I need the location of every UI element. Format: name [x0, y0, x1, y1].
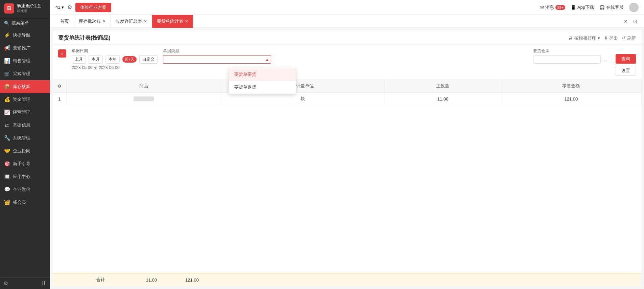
type-dropdown-menu: 要货单要货 要货单退货 — [229, 68, 296, 94]
wechat-icon: 💬 — [4, 186, 10, 193]
tab-batch-account[interactable]: 库存批次账 ✕ — [74, 15, 111, 28]
total-amount: 121.00 — [172, 277, 212, 283]
export-icon: ⬇ — [604, 36, 608, 41]
online-service-button[interactable]: 🎧 在线客服 — [599, 4, 624, 10]
page-actions: 🖨 按模板打印 ▾ ⬇ 导出 ↺ 刷新 — [569, 35, 636, 41]
header-left: 41 ▾ ⚙ 体验行业方案 — [55, 3, 111, 12]
warehouse-filter-input[interactable] — [533, 55, 601, 64]
table-body: 1 块 11.00 121.00 — [53, 93, 641, 105]
data-table-wrapper: ⚙ 商品 主计量单位 主数量 零售金额 1 — [53, 80, 641, 273]
app-download-button[interactable]: 📱 App下载 — [571, 4, 594, 10]
store-name: 41 — [55, 5, 60, 10]
tab-label: 要货单统计表 — [157, 18, 183, 24]
tab-close-icon[interactable]: ✕ — [102, 19, 106, 24]
warehouse-filter-label: 要货仓库 — [533, 48, 607, 54]
sidebar-item-wechat[interactable]: 💬 企业微信 — [0, 183, 50, 196]
member-icon: 👑 — [4, 199, 10, 205]
col-settings[interactable]: ⚙ — [53, 80, 66, 93]
warehouse-input-wrapper: … — [533, 55, 607, 64]
tab-close-icon[interactable]: ✕ — [185, 19, 188, 24]
date-this-year-btn[interactable]: 本年 — [105, 55, 120, 64]
close-tab-icon[interactable]: ✕ — [622, 18, 629, 25]
tab-home[interactable]: 首页 — [55, 15, 74, 28]
sidebar-item-enterprise[interactable]: 🤝 企业协同 — [0, 144, 50, 157]
type-filter-arrow-icon[interactable]: ▲ — [265, 57, 269, 62]
dropdown-arrow-icon: ▾ — [62, 5, 64, 10]
row-product — [66, 93, 221, 105]
date-last-month-btn[interactable]: 上月 — [72, 55, 86, 64]
sidebar-item-marketing[interactable]: 📢 营销推广 — [0, 42, 50, 54]
tab-label: 库存批次账 — [79, 18, 101, 24]
tab-receive-summary[interactable]: 收发存汇总表 ✕ — [111, 15, 152, 28]
page-header: 要货单统计表(按商品) 🖨 按模板打印 ▾ ⬇ 导出 ↺ 刷新 — [53, 30, 641, 45]
query-button[interactable]: 查询 — [616, 54, 636, 64]
trial-button[interactable]: 体验行业方案 — [75, 3, 111, 12]
user-avatar[interactable] — [629, 3, 639, 12]
search-icon: 🔍 — [4, 21, 9, 26]
sidebar-collapse-icon[interactable]: ⏸ — [41, 280, 47, 287]
sidebar-item-system[interactable]: 🔧 系统管理 — [0, 132, 50, 144]
date-custom-btn[interactable]: 自定义 — [139, 55, 158, 64]
col-quantity: 主数量 — [385, 80, 501, 93]
col-amount: 零售金额 — [501, 80, 641, 93]
maximize-icon[interactable]: ⊡ — [632, 18, 639, 25]
header-right: ✉ 消息 99+ 📱 App下载 🎧 在线客服 — [540, 3, 639, 12]
app-download-label: App下载 — [577, 4, 594, 10]
tab-actions: ✕ ⊡ — [622, 18, 639, 25]
dropdown-item-order-return[interactable]: 要货单退货 — [229, 81, 296, 94]
store-selector[interactable]: 41 ▾ — [55, 5, 64, 10]
sidebar-item-label: 经营管理 — [13, 109, 30, 115]
export-button[interactable]: ⬇ 导出 — [604, 35, 618, 41]
online-service-label: 在线客服 — [606, 4, 624, 10]
sidebar-item-operations[interactable]: 📈 经营管理 — [0, 106, 50, 119]
sidebar-item-label: 系统管理 — [13, 135, 30, 141]
inventory-icon: 📦 — [4, 84, 10, 90]
export-label: 导出 — [609, 35, 618, 41]
main-area: 41 ▾ ⚙ 体验行业方案 ✉ 消息 99+ 📱 App下载 🎧 在线客服 — [50, 0, 644, 289]
sidebar-item-label: 畅会员 — [13, 199, 26, 205]
sidebar-item-finance[interactable]: 💰 资金管理 — [0, 93, 50, 106]
messages-button[interactable]: ✉ 消息 99+ — [540, 4, 565, 10]
expand-filter-button[interactable]: » — [58, 49, 66, 58]
sidebar-item-quick-nav[interactable]: ⚡ 快捷导航 — [0, 29, 50, 42]
top-header: 41 ▾ ⚙ 体验行业方案 ✉ 消息 99+ 📱 App下载 🎧 在线客服 — [50, 0, 644, 15]
app-logo: B 畅捷通好生意 标准版 — [0, 0, 50, 17]
type-filter-input[interactable] — [163, 55, 271, 64]
refresh-button[interactable]: ↺ 刷新 — [622, 35, 636, 41]
filter-settings-button[interactable]: 设置 — [616, 66, 636, 76]
row-quantity: 11.00 — [385, 93, 501, 105]
sidebar-item-inventory[interactable]: 📦 库存核算 — [0, 80, 50, 93]
settings-icon[interactable]: ⚙ — [3, 280, 8, 287]
sidebar-search-label: 搜索菜单 — [11, 20, 29, 26]
type-filter-input-wrapper: ▲ — [163, 55, 271, 64]
tab-bar: 首页 库存批次账 ✕ 收发存汇总表 ✕ 要货单统计表 ✕ ✕ ⊡ — [50, 15, 644, 28]
total-label: 合计 — [57, 277, 131, 283]
type-filter-group: 单据类型 ▲ — [163, 48, 271, 64]
sidebar-item-member[interactable]: 👑 畅会员 — [0, 196, 50, 209]
page-title: 要货单统计表(按商品) — [58, 35, 111, 42]
print-icon: 🖨 — [569, 36, 573, 41]
data-table: ⚙ 商品 主计量单位 主数量 零售金额 1 — [53, 80, 641, 105]
filter-bar: » 单据日期 上月 本月 本年 近7天 自定义 2023-05-06 至 202… — [53, 45, 641, 80]
sidebar-item-app-center[interactable]: 🔲 应用中心 — [0, 170, 50, 183]
sidebar-item-sales[interactable]: 📊 销售管理 — [0, 54, 50, 67]
sidebar-search[interactable]: 🔍 搜索菜单 — [0, 17, 50, 29]
sidebar-item-purchase[interactable]: 🛒 采购管理 — [0, 67, 50, 80]
warehouse-more-icon[interactable]: … — [602, 57, 607, 63]
print-button[interactable]: 🖨 按模板打印 ▾ — [569, 35, 600, 41]
header-settings-icon[interactable]: ⚙ — [67, 4, 72, 10]
app-center-icon: 🔲 — [4, 174, 10, 180]
sidebar-item-guide[interactable]: 🎯 新手引导 — [0, 157, 50, 170]
sidebar-item-label: 企业协同 — [13, 148, 30, 154]
dropdown-item-order-goods[interactable]: 要货单要货 — [229, 68, 296, 81]
tab-order-stats[interactable]: 要货单统计表 ✕ — [152, 15, 193, 28]
refresh-icon: ↺ — [622, 36, 626, 41]
date-recent7-badge[interactable]: 近7天 — [122, 56, 137, 63]
date-this-month-btn[interactable]: 本月 — [89, 55, 103, 64]
date-filter-row: 上月 本月 本年 近7天 自定义 — [72, 55, 158, 64]
product-placeholder — [134, 96, 154, 101]
filter-actions: 查询 设置 — [616, 54, 636, 76]
tab-close-icon[interactable]: ✕ — [144, 19, 147, 24]
purchase-icon: 🛒 — [4, 71, 10, 77]
sidebar-item-basic[interactable]: 🗂 基础信息 — [0, 119, 50, 132]
